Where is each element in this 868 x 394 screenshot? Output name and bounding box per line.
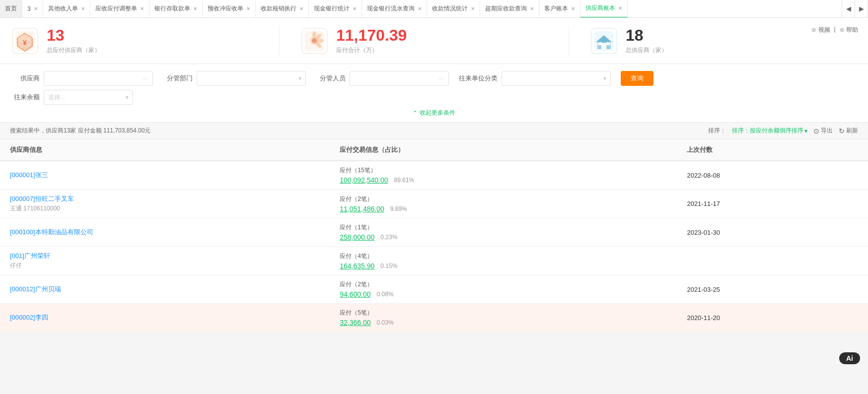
nav-tab-cash-bank-stat[interactable]: 现金银行统计 ✕ [309,0,362,18]
supplier-cell-3: [001]广州荣轩仔仔 [0,247,330,275]
supplier-input[interactable]: ··· [44,71,153,86]
supplier-contact-3: 仔仔 [10,262,320,270]
video-link[interactable]: ⊙ 视频 [811,26,830,34]
nav-tab-other-income-label: 其他收入单 [48,4,78,13]
sort-select[interactable]: 排序：按应付余额倒序排序 ▾ [732,127,807,135]
nav-tab-bank-deposit[interactable]: 银行存取款单 ✕ [149,0,203,18]
nav-tab-cash-bank-stat-close[interactable]: ✕ [353,6,357,11]
nav-tab-supplier-ledger[interactable]: 供应商账本 ✕ [580,0,628,18]
amount-link-1[interactable]: 11,051,486.00 [340,205,384,213]
summary-links: ⊙ 视频 | ⊙ 帮助 [811,26,858,34]
nav-scroll-left[interactable]: ◀ [842,0,855,18]
payable-notes-5: 应付（5笔） [340,309,667,317]
supplier-payable-icon: ¥ [10,26,40,56]
nav-tab-cash-bank-flow[interactable]: 现金银行流水查询 ✕ [362,0,427,18]
supplier-link-3[interactable]: [001]广州荣轩 [10,252,50,260]
supplier-link-4[interactable]: [000012]广州贝瑞 [10,285,61,293]
supplier-link-0[interactable]: [000001]张三 [10,171,48,179]
svg-rect-20 [598,42,602,45]
nav-tab-3[interactable]: 3 ✕ [22,0,43,18]
amount-link-5[interactable]: 32,366.00 [340,319,370,327]
supplier-dots-icon[interactable]: ··· [143,74,148,82]
percentage-1: 9.89% [390,205,407,212]
nav-tab-supplier-ledger-label: 供应商账本 [585,4,615,12]
amount-link-2[interactable]: 258,000.00 [340,233,374,241]
summary-card-payable-total: 11,170.39 应付合计（万） [279,26,569,56]
payable-total-label: 应付合计（万） [336,46,407,55]
table-row: [001]广州荣轩仔仔应付（4笔）164,635.900.15% [0,247,868,275]
supplier-cell-5: [000002]李四 [0,304,330,332]
nav-tab-ar-ap-adjust-close[interactable]: ✕ [140,6,144,11]
nav-tab-home[interactable]: 首页 [0,0,22,18]
nav-tab-cash-bank-flow-close[interactable]: ✕ [418,6,422,11]
table-row: [000002]李四应付（5笔）32,366.000.03%2020-11-20 [0,304,868,332]
nav-tab-customer-ledger-close[interactable]: ✕ [571,6,575,11]
collapse-button[interactable]: ⌃ 收起更多条件 [413,109,455,117]
export-label: 导出 [821,127,833,135]
person-dots-icon[interactable]: ··· [438,74,444,82]
nav-tab-3-close[interactable]: ✕ [34,6,38,11]
nav-tab-receipt-stat[interactable]: 收款情况统计 ✕ [427,0,480,18]
percentage-0: 89.61% [394,177,415,184]
dept-select[interactable]: ▾ [197,71,306,86]
nav-tab-overdue-ar[interactable]: 超期应收款查询 ✕ [480,0,539,18]
nav-tab-supplier-ledger-close[interactable]: ✕ [618,5,622,11]
top-navigation: 首页 3 ✕ 其他收入单 ✕ 应收应付调整单 ✕ 银行存取款单 ✕ 预收冲应收单… [0,0,868,18]
nav-tab-overdue-ar-close[interactable]: ✕ [530,6,534,11]
payable-suppliers-label: 总应付供应商（家） [47,46,100,55]
person-field: 分管人员 ··· [316,71,449,86]
payable-cell-1: 应付（2笔）11,051,486.009.89% [330,190,677,218]
result-actions: 排序： 排序：按应付余额倒序排序 ▾ ⊙ 导出 ↻ 刷新 [708,127,858,135]
nav-tab-ar-ap-adjust[interactable]: 应收应付调整单 ✕ [90,0,149,18]
nav-tab-home-label: 首页 [5,4,17,13]
supplier-field: 供应商 ··· [10,71,153,86]
nav-tab-prepaid-ar-close[interactable]: ✕ [246,6,250,11]
last-payment-cell-0: 2022-08-08 [677,161,868,190]
balance-select[interactable]: 选择... ▾ [44,90,133,105]
percentage-5: 0.03% [377,319,394,326]
nav-tab-other-income-close[interactable]: ✕ [81,6,85,11]
total-supplier-icon [589,26,619,56]
amount-link-0[interactable]: 100,092,540.00 [340,176,388,184]
query-button[interactable]: 查询 [621,71,653,86]
refresh-button[interactable]: ↻ 刷新 [839,127,858,135]
export-button[interactable]: ⊙ 导出 [813,127,833,135]
total-suppliers-label: 总供应商（家） [626,46,667,55]
payable-notes-2: 应付（1笔） [340,223,667,232]
collapse-chevron-icon: ⌃ [413,110,418,117]
payable-cell-0: 应付（15笔）100,092,540.0089.61% [330,161,677,190]
nav-tab-receipt-verify-close[interactable]: ✕ [299,6,303,11]
person-input[interactable]: ··· [350,71,449,86]
nav-scroll-right[interactable]: ▶ [855,0,868,18]
data-table-container: 供应商信息 应付交易信息（占比） 上次付数 [000001]张三应付（15笔）1… [0,139,868,332]
unit-class-select[interactable]: ▾ [502,71,611,86]
supplier-link-5[interactable]: [000002]李四 [10,314,48,321]
total-suppliers-value: 18 [626,27,667,44]
search-row-1: 供应商 ··· 分管部门 ▾ 分管人员 ··· 往来单位分类 [10,71,858,86]
supplier-label: 供应商 [10,74,40,83]
amount-link-3[interactable]: 164,635.90 [340,262,374,270]
table-body: [000001]张三应付（15笔）100,092,540.0089.61%202… [0,161,868,332]
payable-notes-4: 应付（2笔） [340,280,667,289]
sort-label: 排序： [708,127,726,135]
help-link[interactable]: ⊙ 帮助 [840,26,858,34]
svg-rect-19 [601,43,606,49]
supplier-cell-1: [000007]恒旺二手叉车王通 17106110000 [0,190,330,218]
supplier-link-2[interactable]: [000100]本特勤油品有限公司 [10,228,93,236]
supplier-cell-2: [000100]本特勤油品有限公司 [0,218,330,247]
nav-tab-other-income[interactable]: 其他收入单 ✕ [43,0,90,18]
nav-tab-bank-deposit-close[interactable]: ✕ [193,6,197,11]
svg-point-10 [312,31,316,38]
nav-tab-receipt-verify[interactable]: 收款核销执行 ✕ [256,0,309,18]
search-bar: 供应商 ··· 分管部门 ▾ 分管人员 ··· 往来单位分类 [0,64,868,123]
unit-class-field: 往来单位分类 ▾ [459,71,611,86]
person-label: 分管人员 [316,74,346,83]
nav-tab-customer-ledger[interactable]: 客户账本 ✕ [539,0,580,18]
refresh-icon: ↻ [839,127,845,135]
nav-tab-receipt-stat-close[interactable]: ✕ [471,6,475,11]
supplier-link-1[interactable]: [000007]恒旺二手叉车 [10,195,74,202]
amount-link-4[interactable]: 94,600.00 [340,290,370,298]
nav-tab-overdue-ar-label: 超期应收款查询 [485,4,527,13]
nav-tab-prepaid-ar[interactable]: 预收冲应收单 ✕ [203,0,256,18]
svg-point-12 [317,39,324,43]
